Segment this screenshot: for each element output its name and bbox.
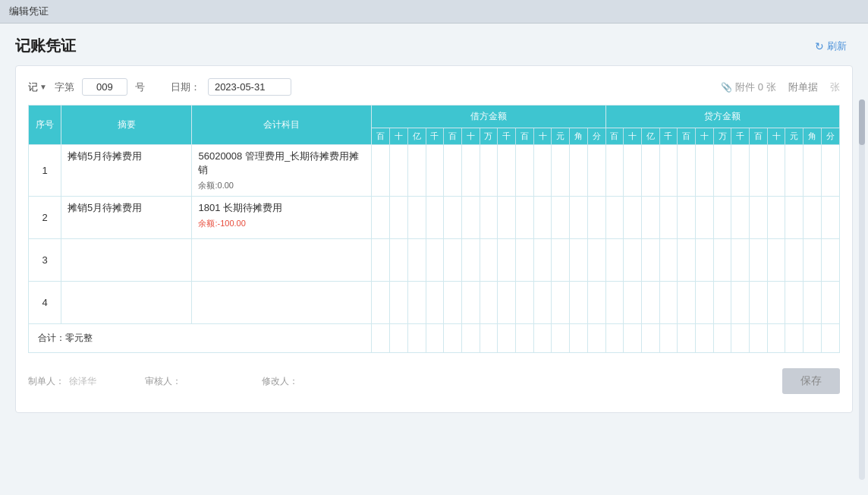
row-3-debit-3[interactable]: [426, 282, 444, 324]
row-0-credit-12[interactable]: [821, 145, 839, 197]
row-2-debit-8[interactable]: [515, 239, 533, 282]
row-1-debit-5[interactable]: [461, 197, 480, 239]
row-0-debit-5[interactable]: [461, 145, 480, 197]
row-0-debit-4[interactable]: [444, 145, 462, 197]
row-1-debit-2[interactable]: [407, 197, 426, 239]
row-0-debit-10[interactable]: [552, 145, 570, 197]
row-1-credit-3[interactable]: [659, 197, 678, 239]
row-2-account[interactable]: [192, 239, 372, 282]
row-0-debit-2[interactable]: [407, 145, 426, 197]
row-3-credit-4[interactable]: [678, 282, 696, 324]
table-row[interactable]: 4: [29, 282, 840, 324]
row-0-debit-7[interactable]: [498, 145, 516, 197]
row-2-debit-0[interactable]: [372, 239, 390, 282]
row-1-credit-10[interactable]: [785, 197, 804, 239]
row-0-credit-4[interactable]: [678, 145, 696, 197]
voucher-type-select[interactable]: 记 ▼: [28, 80, 47, 94]
row-1-account[interactable]: 1801 长期待摊费用余额:-100.00: [192, 197, 372, 239]
table-row[interactable]: 1摊销5月待摊费用56020008 管理费用_长期待摊费用摊销余额:0.00: [29, 145, 840, 197]
row-2-credit-2[interactable]: [641, 239, 659, 282]
row-0-debit-11[interactable]: [570, 145, 588, 197]
row-2-credit-4[interactable]: [678, 239, 696, 282]
row-2-debit-4[interactable]: [444, 239, 462, 282]
row-1-credit-11[interactable]: [804, 197, 822, 239]
scrollbar-track[interactable]: [859, 99, 865, 480]
voucher-number-input[interactable]: [82, 78, 127, 96]
row-1-debit-9[interactable]: [533, 197, 552, 239]
row-2-credit-11[interactable]: [804, 239, 822, 282]
row-1-debit-3[interactable]: [426, 197, 444, 239]
row-3-credit-5[interactable]: [696, 282, 714, 324]
row-1-debit-4[interactable]: [444, 197, 462, 239]
row-0-credit-10[interactable]: [785, 145, 804, 197]
row-0-debit-12[interactable]: [587, 145, 605, 197]
row-2-debit-1[interactable]: [390, 239, 408, 282]
row-2-credit-5[interactable]: [696, 239, 714, 282]
row-3-credit-9[interactable]: [767, 282, 785, 324]
row-0-credit-8[interactable]: [750, 145, 768, 197]
row-0-debit-6[interactable]: [480, 145, 498, 197]
row-3-credit-3[interactable]: [659, 282, 678, 324]
row-0-credit-5[interactable]: [696, 145, 714, 197]
row-3-debit-5[interactable]: [461, 282, 480, 324]
row-1-debit-10[interactable]: [552, 197, 570, 239]
row-0-credit-9[interactable]: [767, 145, 785, 197]
row-2-debit-6[interactable]: [480, 239, 498, 282]
row-3-summary[interactable]: [61, 282, 192, 324]
row-3-debit-7[interactable]: [498, 282, 516, 324]
row-0-credit-7[interactable]: [731, 145, 750, 197]
row-3-debit-2[interactable]: [407, 282, 426, 324]
row-3-credit-7[interactable]: [731, 282, 750, 324]
row-2-credit-1[interactable]: [624, 239, 642, 282]
row-1-credit-12[interactable]: [821, 197, 839, 239]
row-2-credit-0[interactable]: [605, 239, 624, 282]
row-1-credit-9[interactable]: [767, 197, 785, 239]
row-0-debit-8[interactable]: [515, 145, 533, 197]
row-2-debit-3[interactable]: [426, 239, 444, 282]
scrollbar-thumb[interactable]: [859, 99, 865, 145]
row-0-credit-11[interactable]: [804, 145, 822, 197]
row-3-debit-10[interactable]: [552, 282, 570, 324]
row-2-debit-7[interactable]: [498, 239, 516, 282]
row-1-summary[interactable]: 摊销5月待摊费用: [61, 197, 192, 239]
row-2-credit-10[interactable]: [785, 239, 804, 282]
row-1-credit-5[interactable]: [696, 197, 714, 239]
attachment-link[interactable]: 📎 附件 0 张: [721, 80, 776, 94]
row-0-credit-3[interactable]: [659, 145, 678, 197]
row-2-credit-9[interactable]: [767, 239, 785, 282]
row-0-debit-9[interactable]: [533, 145, 552, 197]
row-3-debit-8[interactable]: [515, 282, 533, 324]
save-button[interactable]: 保存: [782, 368, 840, 394]
row-1-credit-6[interactable]: [713, 197, 731, 239]
row-1-credit-8[interactable]: [750, 197, 768, 239]
row-3-credit-11[interactable]: [804, 282, 822, 324]
row-1-debit-1[interactable]: [390, 197, 408, 239]
row-3-credit-8[interactable]: [750, 282, 768, 324]
row-0-account[interactable]: 56020008 管理费用_长期待摊费用摊销余额:0.00: [192, 145, 372, 197]
row-1-debit-11[interactable]: [570, 197, 588, 239]
row-2-debit-9[interactable]: [533, 239, 552, 282]
row-2-credit-6[interactable]: [713, 239, 731, 282]
row-1-debit-12[interactable]: [587, 197, 605, 239]
row-1-credit-2[interactable]: [641, 197, 659, 239]
row-2-summary[interactable]: [61, 239, 192, 282]
row-1-debit-0[interactable]: [372, 197, 390, 239]
row-0-debit-1[interactable]: [390, 145, 408, 197]
row-2-credit-7[interactable]: [731, 239, 750, 282]
row-3-account[interactable]: [192, 282, 372, 324]
row-3-debit-4[interactable]: [444, 282, 462, 324]
row-3-debit-11[interactable]: [570, 282, 588, 324]
row-1-debit-7[interactable]: [498, 197, 516, 239]
row-1-debit-8[interactable]: [515, 197, 533, 239]
row-3-credit-10[interactable]: [785, 282, 804, 324]
row-2-debit-12[interactable]: [587, 239, 605, 282]
row-2-credit-3[interactable]: [659, 239, 678, 282]
row-2-debit-5[interactable]: [461, 239, 480, 282]
row-3-credit-2[interactable]: [641, 282, 659, 324]
row-0-credit-6[interactable]: [713, 145, 731, 197]
row-0-credit-1[interactable]: [624, 145, 642, 197]
row-2-debit-11[interactable]: [570, 239, 588, 282]
row-1-credit-4[interactable]: [678, 197, 696, 239]
row-3-credit-1[interactable]: [624, 282, 642, 324]
row-3-debit-9[interactable]: [533, 282, 552, 324]
